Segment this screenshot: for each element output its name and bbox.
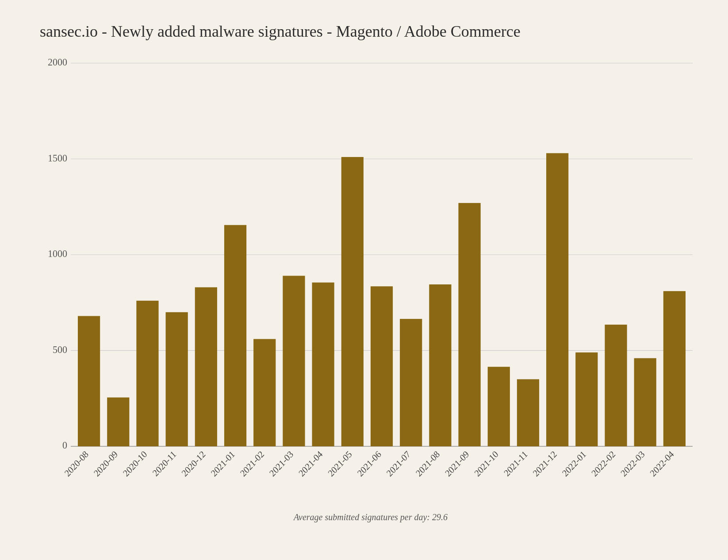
svg-text:2022-01: 2022-01	[560, 449, 588, 478]
chart-footer: Average submitted signatures per day: 29…	[40, 512, 701, 522]
svg-rect-19	[195, 287, 217, 446]
svg-rect-27	[312, 283, 334, 446]
svg-rect-47	[605, 325, 627, 446]
svg-text:2020-09: 2020-09	[92, 449, 119, 478]
svg-text:2000: 2000	[48, 58, 67, 68]
svg-text:0: 0	[62, 440, 67, 451]
svg-rect-49	[634, 358, 656, 446]
svg-rect-45	[575, 353, 598, 446]
chart-area: 05001000150020002020-082020-092020-10202…	[40, 58, 701, 508]
svg-rect-29	[341, 157, 364, 446]
svg-text:2021-09: 2021-09	[443, 449, 471, 478]
chart-title: sansec.io - Newly added malware signatur…	[40, 22, 701, 41]
svg-rect-37	[458, 203, 480, 446]
svg-text:1000: 1000	[48, 248, 67, 260]
svg-rect-43	[546, 153, 568, 446]
svg-rect-17	[166, 312, 188, 446]
svg-text:2022-04: 2022-04	[648, 449, 676, 479]
svg-rect-21	[224, 225, 246, 446]
svg-text:2021-06: 2021-06	[356, 449, 383, 478]
svg-text:2021-03: 2021-03	[268, 449, 295, 478]
svg-text:2020-08: 2020-08	[63, 449, 90, 478]
svg-rect-39	[488, 367, 510, 446]
svg-rect-41	[517, 379, 539, 446]
svg-text:2021-02: 2021-02	[238, 449, 266, 478]
svg-text:2021-04: 2021-04	[297, 449, 325, 479]
svg-rect-11	[78, 316, 100, 446]
svg-text:2020-11: 2020-11	[151, 449, 178, 478]
svg-text:2022-03: 2022-03	[619, 449, 646, 478]
svg-text:2021-05: 2021-05	[326, 449, 353, 478]
svg-rect-51	[663, 291, 686, 446]
svg-rect-35	[429, 284, 451, 446]
svg-rect-31	[371, 286, 393, 446]
chart-container: sansec.io - Newly added malware signatur…	[0, 0, 728, 560]
svg-rect-23	[253, 339, 276, 446]
svg-text:2021-01: 2021-01	[209, 449, 237, 478]
svg-text:2021-12: 2021-12	[531, 449, 559, 478]
svg-text:2022-02: 2022-02	[590, 449, 617, 478]
svg-text:2020-10: 2020-10	[121, 449, 149, 478]
svg-rect-15	[136, 301, 158, 446]
svg-rect-33	[400, 319, 422, 446]
svg-text:2021-10: 2021-10	[472, 449, 500, 478]
svg-text:2021-08: 2021-08	[414, 449, 441, 478]
svg-rect-25	[283, 276, 305, 446]
bar-chart: 05001000150020002020-082020-092020-10202…	[40, 58, 701, 508]
svg-rect-13	[107, 398, 129, 446]
svg-text:1500: 1500	[48, 152, 67, 164]
svg-text:2021-07: 2021-07	[385, 449, 412, 478]
svg-text:2020-12: 2020-12	[180, 449, 207, 478]
svg-text:2021-11: 2021-11	[502, 449, 529, 478]
svg-text:500: 500	[53, 344, 67, 355]
